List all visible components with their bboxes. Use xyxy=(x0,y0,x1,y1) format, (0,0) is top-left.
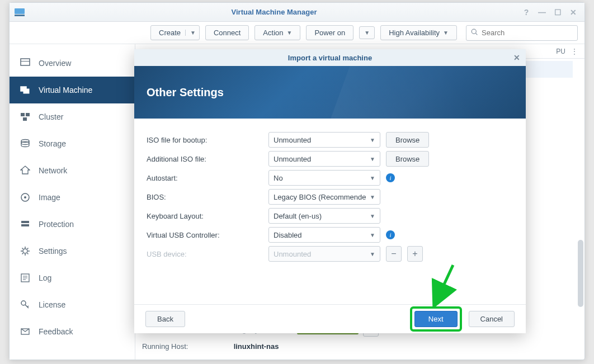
cancel-button[interactable]: Cancel xyxy=(469,311,515,327)
info-icon[interactable]: i xyxy=(386,173,395,182)
usbdev-select: Unmounted ▼ xyxy=(268,246,380,262)
search-input[interactable] xyxy=(466,25,578,41)
keyboard-select[interactable]: Default (en-us) ▼ xyxy=(268,208,380,224)
sidebar-item-feedback[interactable]: Feedback xyxy=(10,318,135,345)
iso-boot-select[interactable]: Unmounted ▼ xyxy=(268,132,380,148)
action-button[interactable]: Action ▼ xyxy=(254,25,300,40)
svg-point-14 xyxy=(24,196,26,198)
power-dropdown[interactable]: ▼ xyxy=(359,26,375,39)
overview-icon xyxy=(20,58,31,69)
svg-point-2 xyxy=(472,29,476,34)
browse-button[interactable]: Browse xyxy=(386,151,429,167)
col-pu: PU xyxy=(556,48,565,55)
more-icon[interactable]: ⋮ xyxy=(571,48,578,55)
key-icon xyxy=(20,299,31,310)
chevron-down-icon: ▼ xyxy=(287,30,293,36)
action-label: Action xyxy=(263,29,283,37)
sidebar-item-image[interactable]: Image xyxy=(10,184,135,211)
chevron-down-icon: ▼ xyxy=(370,156,375,162)
sidebar-label: Overview xyxy=(39,59,71,68)
sidebar-item-protection[interactable]: Protection xyxy=(10,211,135,238)
add-usb-button[interactable]: + xyxy=(407,246,423,262)
detail-host-value: linuxhint-nas xyxy=(234,342,279,351)
sidebar-item-overview[interactable]: Overview xyxy=(10,50,135,77)
banner-title: Other Settings xyxy=(147,86,224,99)
sidebar-item-log[interactable]: Log xyxy=(10,264,135,291)
titlebar: Virtual Machine Manager ? — ☐ ✕ xyxy=(10,3,584,22)
window-title: Virtual Machine Manager xyxy=(31,8,517,16)
search-field[interactable] xyxy=(482,29,576,37)
maximize-icon[interactable]: ☐ xyxy=(551,7,564,17)
modal-body: ISO file for bootup: Unmounted ▼ Browse … xyxy=(134,119,526,304)
sidebar-label: Storage xyxy=(39,139,66,148)
chevron-down-icon: ▼ xyxy=(370,232,375,238)
chevron-down-icon: ▼ xyxy=(364,30,370,36)
detail-host-label: Running Host: xyxy=(142,342,232,351)
usbctrl-value: Disabled xyxy=(274,231,302,239)
sidebar-label: License xyxy=(39,300,65,309)
scrollbar[interactable] xyxy=(578,240,583,307)
sidebar-label: Network xyxy=(39,166,67,175)
cluster-icon xyxy=(20,111,31,122)
power-label: Power on xyxy=(314,29,345,37)
usbdev-value: Unmounted xyxy=(274,250,311,258)
bios-select[interactable]: Legacy BIOS (Recommende ▼ xyxy=(268,189,380,205)
sidebar-label: Virtual Machine xyxy=(39,86,92,94)
sidebar-item-license[interactable]: License xyxy=(10,291,135,318)
ha-button[interactable]: High Availability ▼ xyxy=(380,25,457,40)
sidebar: Overview Virtual Machine Cluster Storage… xyxy=(10,44,135,360)
svg-point-22 xyxy=(21,301,26,305)
svg-rect-16 xyxy=(21,224,29,226)
envelope-icon xyxy=(20,326,31,337)
next-button[interactable]: Next xyxy=(414,311,458,327)
power-button[interactable]: Power on xyxy=(306,25,353,40)
iso-boot-label: ISO file for bootup: xyxy=(147,136,268,144)
sidebar-label: Log xyxy=(39,273,51,282)
svg-rect-15 xyxy=(21,221,29,223)
close-icon[interactable]: ✕ xyxy=(513,53,520,62)
svg-rect-5 xyxy=(21,61,30,62)
autostart-value: No xyxy=(274,174,283,182)
sidebar-item-storage[interactable]: Storage xyxy=(10,130,135,157)
chevron-down-icon: ▼ xyxy=(370,175,375,181)
sidebar-item-virtual-machine[interactable]: Virtual Machine xyxy=(10,77,135,103)
sidebar-item-network[interactable]: Network xyxy=(10,157,135,184)
back-button[interactable]: Back xyxy=(145,311,185,327)
search-icon xyxy=(471,29,478,37)
sidebar-label: Settings xyxy=(39,247,67,256)
chevron-down-icon[interactable]: ▼ xyxy=(185,30,196,36)
iso-add-value: Unmounted xyxy=(274,155,311,163)
storage-icon xyxy=(20,138,31,149)
svg-rect-4 xyxy=(21,59,30,65)
sidebar-label: Feedback xyxy=(39,327,73,336)
image-icon xyxy=(20,192,31,203)
create-button[interactable]: Create ▼ xyxy=(150,25,200,40)
usbctrl-select[interactable]: Disabled ▼ xyxy=(268,227,380,243)
autostart-select[interactable]: No ▼ xyxy=(268,170,380,186)
minimize-icon[interactable]: — xyxy=(535,7,549,17)
chevron-down-icon: ▼ xyxy=(370,137,375,143)
sidebar-item-settings[interactable]: Settings xyxy=(10,238,135,264)
keyboard-label: Keyboard Layout: xyxy=(147,212,268,220)
browse-button[interactable]: Browse xyxy=(386,132,429,148)
chevron-down-icon: ▼ xyxy=(370,213,375,219)
modal-footer: Back Next Cancel xyxy=(134,304,526,333)
close-window-icon[interactable]: ✕ xyxy=(567,7,580,17)
sidebar-label: Cluster xyxy=(39,112,63,121)
usbctrl-label: Virtual USB Controller: xyxy=(147,231,268,239)
modal-title: Import a virtual machine xyxy=(288,54,372,62)
sidebar-item-cluster[interactable]: Cluster xyxy=(10,103,135,130)
connect-button[interactable]: Connect xyxy=(205,25,249,40)
info-icon[interactable]: i xyxy=(386,230,395,239)
help-icon[interactable]: ? xyxy=(520,7,533,17)
svg-line-3 xyxy=(476,33,478,35)
chevron-down-icon: ▼ xyxy=(370,251,375,257)
usbdev-label: USB device: xyxy=(147,250,268,258)
network-icon xyxy=(20,165,31,176)
iso-add-select[interactable]: Unmounted ▼ xyxy=(268,151,380,167)
svg-point-17 xyxy=(23,249,27,253)
create-label: Create xyxy=(159,29,181,37)
ha-label: High Availability xyxy=(389,29,440,37)
svg-rect-7 xyxy=(23,89,29,93)
keyboard-value: Default (en-us) xyxy=(274,212,322,220)
